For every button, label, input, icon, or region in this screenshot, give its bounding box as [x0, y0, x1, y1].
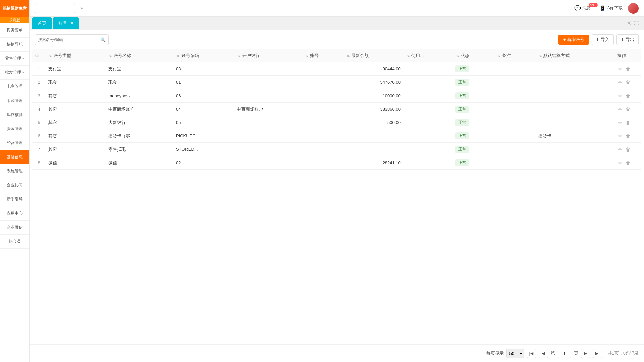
- sidebar-item-basic-info[interactable]: 基础信息: [0, 150, 29, 164]
- prev-page-btn[interactable]: ◀: [539, 349, 548, 358]
- col-gear[interactable]: ⚙: [32, 49, 46, 62]
- last-page-btn[interactable]: ▶|: [593, 349, 602, 358]
- cell-account: [302, 62, 343, 76]
- cell-remark: [494, 76, 536, 89]
- cell-bank: [234, 156, 302, 170]
- col-name[interactable]: ⇅ 账号名称: [106, 49, 173, 62]
- cell-index: 1: [32, 62, 46, 76]
- table-row: 6 其它 提货卡（零... PICKUPC... 正常 提货卡 ✏ 🗑: [32, 129, 641, 143]
- cell-action: ✏ 🗑: [614, 89, 641, 103]
- col-bank[interactable]: ⇅ 开户银行: [234, 49, 302, 62]
- col-balance[interactable]: ⇅ 最新余额: [343, 49, 404, 62]
- cell-balance: 500.00: [343, 116, 404, 129]
- cell-status: 正常: [453, 89, 494, 103]
- sidebar-item-search[interactable]: 搜索菜单: [0, 23, 29, 38]
- cell-usage: [404, 76, 453, 89]
- sidebar: 畅捷通财生意 乐意版 搜索菜单 快捷导航 零售管理 ▾ 批发管理 ▾ 电商管理 …: [0, 0, 30, 362]
- sidebar-item-operation[interactable]: 经营管理: [0, 136, 29, 150]
- import-button[interactable]: ⬆ 导入: [592, 34, 614, 45]
- cell-index: 3: [32, 89, 46, 103]
- edit-button[interactable]: ✏: [618, 147, 622, 152]
- cell-account: [302, 156, 343, 170]
- cell-status: 正常: [453, 62, 494, 76]
- next-page-btn[interactable]: ▶: [581, 349, 590, 358]
- sidebar-item-cooperation[interactable]: 企业协同: [0, 178, 29, 192]
- cell-code: PICKUPC...: [173, 129, 234, 143]
- cell-type: 其它: [46, 116, 106, 129]
- sidebar-item-wholesale[interactable]: 批发管理 ▾: [0, 66, 29, 80]
- fullscreen-icon[interactable]: ⛶: [634, 21, 639, 26]
- tab-account-close[interactable]: ✕: [70, 21, 73, 25]
- sidebar-item-system[interactable]: 系统管理: [0, 164, 29, 178]
- cell-code: 06: [173, 89, 234, 103]
- sidebar-item-ecommerce[interactable]: 电商管理: [0, 80, 29, 94]
- first-page-btn[interactable]: |◀: [527, 349, 536, 358]
- search-input[interactable]: [38, 37, 100, 42]
- col-remark[interactable]: ⇅ 备注: [494, 49, 536, 62]
- close-all-icon[interactable]: ✕: [627, 20, 631, 26]
- tab-home[interactable]: 首页: [32, 17, 52, 29]
- col-code[interactable]: ⇅ 账号编码: [173, 49, 234, 62]
- sidebar-item-purchase[interactable]: 采购管理: [0, 94, 29, 108]
- delete-button[interactable]: 🗑: [626, 80, 630, 85]
- delete-button[interactable]: 🗑: [626, 66, 630, 72]
- delete-button[interactable]: 🗑: [626, 120, 630, 125]
- col-account[interactable]: ⇅ 账号: [302, 49, 343, 62]
- cell-balance: 10000.00: [343, 89, 404, 103]
- status-badge: 正常: [455, 132, 469, 139]
- edit-button[interactable]: ✏: [618, 120, 622, 125]
- sidebar-item-retail[interactable]: 零售管理 ▾: [0, 52, 29, 66]
- gear-icon[interactable]: ⚙: [35, 53, 39, 58]
- cell-bank: [234, 89, 302, 103]
- edit-button[interactable]: ✏: [618, 133, 622, 139]
- cell-usage: [404, 89, 453, 103]
- cell-account: [302, 143, 343, 156]
- cell-usage: [404, 143, 453, 156]
- message-button[interactable]: 💬 消息 99+: [574, 5, 594, 11]
- tab-account[interactable]: 账号 ✕: [53, 17, 79, 29]
- col-status[interactable]: ⇅ 状态: [453, 49, 494, 62]
- cell-name: 微信: [106, 156, 173, 170]
- sidebar-item-newbie[interactable]: 新手引导: [0, 192, 29, 206]
- toolbar-right: + 新增账号 ⬆ 导入 ⬇ 导出: [558, 34, 639, 45]
- sidebar-item-finance[interactable]: 资金管理: [0, 122, 29, 136]
- delete-button[interactable]: 🗑: [626, 107, 630, 112]
- search-icon[interactable]: 🔍: [100, 37, 106, 42]
- cell-status: 正常: [453, 116, 494, 129]
- page-input[interactable]: [558, 349, 571, 358]
- top-search-input[interactable]: [35, 4, 75, 13]
- edit-button[interactable]: ✏: [618, 66, 622, 72]
- add-account-button[interactable]: + 新增账号: [558, 35, 589, 45]
- top-header: ▾ 💬 消息 99+ 📱 App下载: [30, 0, 644, 17]
- cell-index: 6: [32, 129, 46, 143]
- avatar[interactable]: [628, 3, 639, 14]
- table-row: 5 其它 大新银行 05 500.00 正常 ✏ 🗑: [32, 116, 641, 129]
- sidebar-item-app-center[interactable]: 应用中心: [0, 206, 29, 221]
- cell-type: 其它: [46, 129, 106, 143]
- export-button[interactable]: ⬇ 导出: [616, 34, 639, 45]
- sidebar-item-inventory[interactable]: 库存核算: [0, 108, 29, 122]
- edit-button[interactable]: ✏: [618, 93, 622, 99]
- cell-action: ✏ 🗑: [614, 143, 641, 156]
- dropdown-icon[interactable]: ▾: [80, 6, 83, 11]
- edit-button[interactable]: ✏: [618, 107, 622, 112]
- sidebar-item-member[interactable]: 畅会员: [0, 235, 29, 249]
- delete-button[interactable]: 🗑: [626, 133, 630, 139]
- page-size-select[interactable]: 50 100 200: [506, 349, 524, 358]
- edit-button[interactable]: ✏: [618, 160, 622, 166]
- cell-code: 05: [173, 116, 234, 129]
- logo-sub-text: 乐意版: [9, 18, 20, 23]
- cell-status: 正常: [453, 156, 494, 170]
- cell-action: ✏ 🗑: [614, 156, 641, 170]
- search-box[interactable]: 🔍: [35, 34, 109, 45]
- sidebar-item-quick-nav[interactable]: 快捷导航: [0, 38, 29, 52]
- col-default-settle[interactable]: ⇅ 默认结算方式: [536, 49, 614, 62]
- sidebar-item-enterprise-wechat[interactable]: 企业微信: [0, 221, 29, 235]
- edit-button[interactable]: ✏: [618, 80, 622, 85]
- delete-button[interactable]: 🗑: [626, 160, 630, 166]
- col-usage[interactable]: ⇅ 使用...: [404, 49, 453, 62]
- delete-button[interactable]: 🗑: [626, 93, 630, 99]
- delete-button[interactable]: 🗑: [626, 147, 630, 152]
- app-download-button[interactable]: 📱 App下载: [600, 5, 623, 11]
- col-type[interactable]: ⇅ 账号类型: [46, 49, 106, 62]
